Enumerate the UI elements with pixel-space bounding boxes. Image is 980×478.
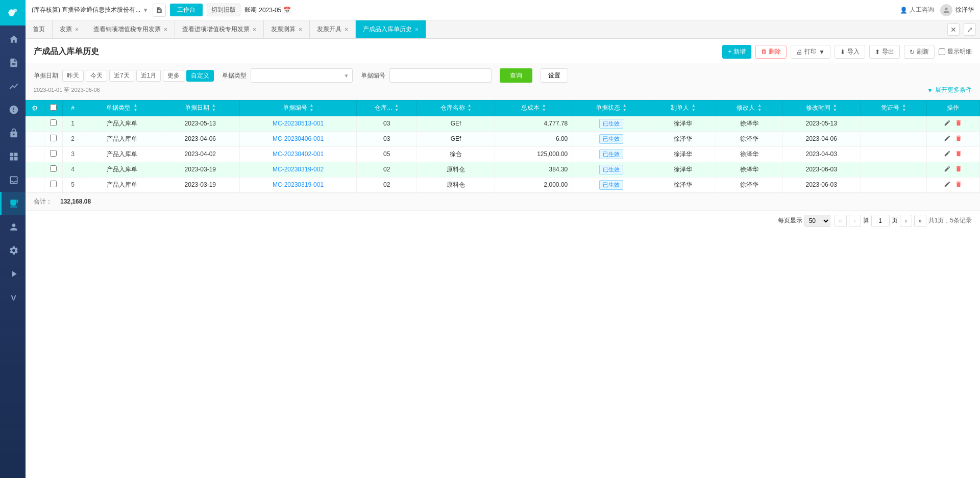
th-date-sort[interactable]: ▲▼ — [212, 104, 216, 113]
prev-page-button[interactable]: ‹ — [849, 215, 861, 227]
tab-purchase-vat-close[interactable]: × — [253, 26, 256, 33]
row-edit-icon-2[interactable] — [944, 150, 951, 159]
row-select-3[interactable] — [50, 165, 57, 172]
query-button[interactable]: 查询 — [500, 68, 532, 83]
th-modify-time[interactable]: 修改时间 ▲▼ — [782, 100, 861, 116]
th-type-sort[interactable]: ▲▼ — [133, 104, 137, 113]
sidebar-item-tax[interactable] — [0, 98, 26, 121]
th-date[interactable]: 单据日期 ▲▼ — [161, 100, 239, 116]
th-modifier[interactable]: 修改人 ▲▼ — [716, 100, 782, 116]
row-delete-icon-3[interactable] — [955, 165, 962, 174]
th-creator[interactable]: 制单人 ▲▼ — [650, 100, 716, 116]
tab-open-close[interactable]: × — [345, 26, 348, 33]
row-select-0[interactable] — [50, 119, 57, 126]
last-page-button[interactable]: » — [914, 215, 926, 227]
row-edit-icon-3[interactable] — [944, 165, 951, 174]
setting-button[interactable]: 设置 — [541, 68, 568, 83]
sidebar-item-grid[interactable] — [0, 145, 26, 168]
tab-invoice-close[interactable]: × — [75, 26, 79, 33]
th-voucher-sort[interactable]: ▲▼ — [902, 104, 906, 113]
date-btn-more[interactable]: 更多 — [163, 70, 184, 82]
sidebar-item-inbox[interactable] — [0, 168, 26, 192]
th-modifier-sort[interactable]: ▲▼ — [757, 104, 762, 113]
date-btn-today[interactable]: 今天 — [86, 70, 107, 82]
print-button[interactable]: 🖨 打印 ▼ — [791, 45, 830, 59]
row-select-1[interactable] — [50, 135, 57, 141]
company-selector[interactable]: (库存核算) 直播轻途通信息技术股份有... ▼ — [32, 6, 149, 14]
sidebar-item-v[interactable]: V — [0, 286, 26, 309]
row-number-link-1[interactable]: MC-20230406-001 — [239, 131, 357, 146]
th-total-cost[interactable]: 总成本 ▲▼ — [495, 100, 572, 116]
th-wcode-sort[interactable]: ▲▼ — [395, 104, 399, 113]
new-button[interactable]: + 新增 — [722, 45, 751, 59]
number-filter-input[interactable] — [389, 68, 492, 83]
user-info[interactable]: 徐泽华 — [940, 4, 974, 16]
row-delete-icon-4[interactable] — [955, 181, 962, 189]
document-button[interactable] — [153, 4, 166, 17]
row-delete-icon-0[interactable] — [955, 119, 962, 128]
row-delete-icon-1[interactable] — [955, 135, 962, 143]
sidebar-item-lock[interactable] — [0, 121, 26, 145]
tab-invoice[interactable]: 发票 × — [53, 20, 86, 39]
tab-maximize-button[interactable]: ⤢ — [964, 23, 976, 36]
row-delete-icon-2[interactable] — [955, 150, 962, 159]
sidebar-item-settings2[interactable] — [0, 239, 26, 262]
service-button[interactable]: 👤 人工咨询 — [900, 6, 934, 14]
row-number-link-0[interactable]: MC-20230513-001 — [239, 116, 357, 131]
sidebar-item-home[interactable] — [0, 28, 26, 51]
row-edit-icon-4[interactable] — [944, 181, 951, 189]
expand-more-button[interactable]: ▼ 展开更多条件 — [927, 86, 972, 94]
row-select-2[interactable] — [50, 150, 57, 157]
column-settings-icon[interactable]: ⚙ — [32, 104, 38, 112]
th-type[interactable]: 单据类型 ▲▼ — [83, 100, 161, 116]
tab-home[interactable]: 首页 — [26, 20, 53, 39]
tab-product-warehouse-close[interactable]: × — [415, 26, 419, 33]
tab-close-all-button[interactable]: ✕ — [947, 23, 960, 36]
row-number-link-4[interactable]: MC-20230319-001 — [239, 177, 357, 192]
export-button[interactable]: ⬆ 导出 — [869, 45, 900, 59]
row-edit-icon-1[interactable] — [944, 135, 951, 143]
th-cost-sort[interactable]: ▲▼ — [542, 104, 546, 113]
next-page-button[interactable]: › — [900, 215, 912, 227]
show-detail-input[interactable] — [939, 48, 945, 55]
tab-sales-vat-close[interactable]: × — [164, 26, 167, 33]
sidebar-item-chart[interactable] — [0, 74, 26, 98]
th-number-sort[interactable]: ▲▼ — [310, 104, 314, 113]
tab-sales-vat[interactable]: 查看销项增值税专用发票 × — [86, 20, 175, 39]
sidebar-item-play[interactable] — [0, 262, 26, 286]
workbench-button[interactable]: 工作台 — [170, 4, 203, 16]
th-voucher[interactable]: 凭证号 ▲▼ — [861, 100, 926, 116]
refresh-button[interactable]: ↻ 刷新 — [904, 45, 935, 59]
sidebar-item-document[interactable] — [0, 51, 26, 74]
select-all-checkbox[interactable] — [50, 104, 57, 111]
tab-open[interactable]: 发票开具 × — [310, 20, 356, 39]
date-btn-yesterday[interactable]: 昨天 — [62, 70, 84, 82]
row-select-4[interactable] — [50, 181, 57, 187]
row-edit-icon-0[interactable] — [944, 119, 951, 128]
date-btn-1month[interactable]: 近1月 — [136, 70, 161, 82]
th-wname-sort[interactable]: ▲▼ — [468, 104, 472, 113]
row-number-link-3[interactable]: MC-20230319-002 — [239, 162, 357, 177]
tab-calc-close[interactable]: × — [299, 26, 302, 33]
delete-button[interactable]: 🗑 删除 — [755, 45, 787, 59]
row-number-link-2[interactable]: MC-20230402-001 — [239, 146, 357, 162]
type-filter-select[interactable] — [251, 68, 353, 83]
first-page-button[interactable]: « — [835, 215, 847, 227]
page-number-input[interactable] — [871, 215, 890, 227]
tab-purchase-vat[interactable]: 查看进项增值税专用发票 × — [175, 20, 264, 39]
th-warehouse-code[interactable]: 仓库... ▲▼ — [357, 100, 417, 116]
tab-product-warehouse[interactable]: 产成品入库单历史 × — [356, 20, 426, 39]
th-status-sort[interactable]: ▲▼ — [623, 104, 627, 113]
import-button[interactable]: ⬇ 导入 — [835, 45, 865, 59]
date-btn-custom[interactable]: 自定义 — [186, 70, 214, 82]
sidebar-item-person[interactable] — [0, 215, 26, 239]
th-number[interactable]: 单据编号 ▲▼ — [239, 100, 357, 116]
th-mtime-sort[interactable]: ▲▼ — [833, 104, 837, 113]
th-warehouse-name[interactable]: 仓库名称 ▲▼ — [417, 100, 495, 116]
th-creator-sort[interactable]: ▲▼ — [692, 104, 696, 113]
per-page-select[interactable]: 50 100 — [804, 215, 830, 227]
date-btn-7days[interactable]: 近7天 — [109, 70, 134, 82]
show-detail-checkbox[interactable]: 显示明细 — [939, 47, 972, 56]
th-status[interactable]: 单据状态 ▲▼ — [572, 100, 650, 116]
tab-calc[interactable]: 发票测算 × — [264, 20, 310, 39]
